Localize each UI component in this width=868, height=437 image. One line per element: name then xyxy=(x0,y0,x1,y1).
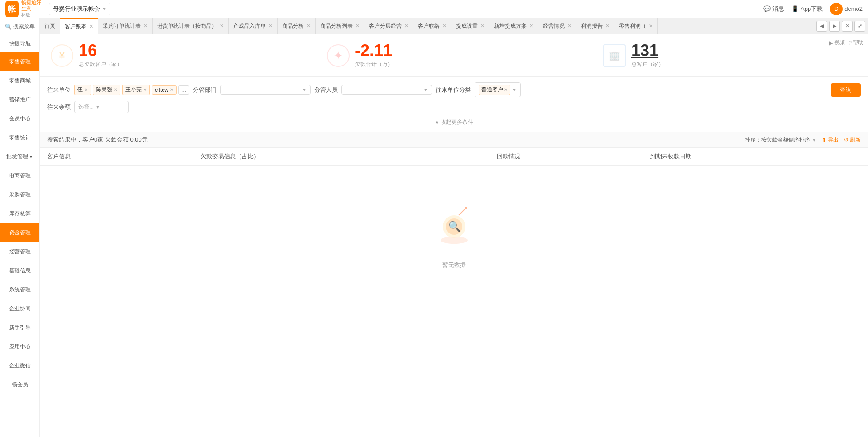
tab-profit-report[interactable]: 利润报告 ✕ xyxy=(576,18,614,34)
tab-home[interactable]: 首页 xyxy=(40,18,60,34)
tab-close-profit-report[interactable]: ✕ xyxy=(605,23,609,29)
search-menu-button[interactable]: 🔍 搜索菜单 xyxy=(0,23,39,30)
unit-tag-wang-close[interactable]: ✕ xyxy=(143,87,147,92)
tab-goods-analysis-list[interactable]: 商品分析列表 ✕ xyxy=(316,18,364,34)
chevron-down-icon: ▼ xyxy=(96,104,100,109)
unit-type-select[interactable]: 普通客户 ✕ ▼ xyxy=(475,82,521,97)
result-bar: 搜索结果中，客户0家 欠款金额 0.00元 排序：按欠款金额倒序排序 ▼ ⬆ 导… xyxy=(40,132,868,148)
tab-new-promotion[interactable]: 新增提成方案 ✕ xyxy=(489,18,538,34)
sidebar-item-purchase[interactable]: 采购管理 xyxy=(0,185,39,204)
tab-close-incoming-stats[interactable]: ✕ xyxy=(220,23,224,29)
sidebar-item-ecommerce[interactable]: 电商管理 xyxy=(0,166,39,185)
tab-close-goods-analysis-list[interactable]: ✕ xyxy=(355,23,360,29)
tab-customer-contact[interactable]: 客户联络 ✕ xyxy=(413,18,451,34)
unit-tag-chen[interactable]: 陈民强 ✕ xyxy=(93,85,120,95)
tab-prev-button[interactable]: ◀ xyxy=(816,21,827,32)
quick-nav-button[interactable]: 快捷导航 xyxy=(0,35,39,52)
unit-tag-cjttcw[interactable]: cjttcw ✕ xyxy=(152,86,177,95)
sidebar-item-system[interactable]: 系统管理 xyxy=(0,280,39,299)
download-icon: 📱 xyxy=(791,5,799,12)
tab-bar: 首页 客户账本 ✕ 采购订单统计表 ✕ 进货单统计表（按商品） ✕ 产成品入库单… xyxy=(40,18,868,34)
stat-total-customers2: 🏢 131 总客户（家） ▶ 视频 ? 帮助 xyxy=(592,34,868,76)
top-bar: 帐 畅捷通好生意 标版 母婴行业演示帐套 ▼ 💬 消息 📱 App下载 D de… xyxy=(0,0,868,18)
result-info: 搜索结果中，客户0家 欠款金额 0.00元 xyxy=(47,136,148,144)
help-button[interactable]: ? 帮助 xyxy=(849,39,863,47)
sidebar-item-retail-stats[interactable]: 零售统计 xyxy=(0,128,39,147)
unit-tag-wang[interactable]: 王小亮 ✕ xyxy=(122,85,150,95)
tab-promotion-settings[interactable]: 提成设置 ✕ xyxy=(451,18,489,34)
export-button[interactable]: ⬆ 导出 xyxy=(822,136,839,144)
tab-close-production-entry[interactable]: ✕ xyxy=(269,23,273,29)
sidebar-item-retail-mgmt[interactable]: 零售管理 xyxy=(0,52,39,71)
tab-operations-status[interactable]: 经营情况 ✕ xyxy=(538,18,576,34)
sidebar-item-vip[interactable]: 畅会员 xyxy=(0,375,39,394)
chevron-down-icon: ▼ xyxy=(812,138,816,142)
user-avatar[interactable]: D demo2 xyxy=(830,3,863,15)
tab-incoming-stats[interactable]: 进货单统计表（按商品） ✕ xyxy=(153,18,229,34)
unit-tag-wu-close[interactable]: ✕ xyxy=(84,87,88,92)
filter-row-1: 往来单位 伍 ✕ 陈民强 ✕ 王小亮 ✕ xyxy=(47,82,861,97)
tab-customer-segment[interactable]: 客户分层经营 ✕ xyxy=(364,18,413,34)
tab-accounts[interactable]: 客户账本 ✕ xyxy=(60,18,98,34)
unit-type-label: 往来单位分类 xyxy=(436,86,471,94)
tab-close-promotion-settings[interactable]: ✕ xyxy=(480,23,484,29)
tab-close-all-button[interactable]: ✕ xyxy=(842,21,853,32)
sidebar-item-enterprise[interactable]: 企业协同 xyxy=(0,299,39,318)
tab-production-entry[interactable]: 产成品入库单 ✕ xyxy=(229,18,278,34)
tab-close-accounts[interactable]: ✕ xyxy=(89,24,93,29)
sort-select[interactable]: 排序：按欠款金额倒序排序 ▼ xyxy=(745,136,816,144)
app-download-button[interactable]: 📱 App下载 xyxy=(791,5,823,13)
avatar: D xyxy=(830,3,843,15)
query-button[interactable]: 查询 xyxy=(831,83,861,97)
tab-purchase-order[interactable]: 采购订单统计表 ✕ xyxy=(98,18,153,34)
sidebar-item-retail-mall[interactable]: 零售商城 xyxy=(0,71,39,90)
tab-close-goods-analysis[interactable]: ✕ xyxy=(307,23,311,29)
tab-close-retail-profit[interactable]: ✕ xyxy=(649,23,653,29)
collapse-button[interactable]: ∧ 收起更多条件 xyxy=(435,119,473,126)
top-bar-left: 帐 畅捷通好生意 标版 母婴行业演示帐套 ▼ xyxy=(5,0,110,18)
table-head: 客户信息 欠款交易信息（占比） 回款情况 到期未收款日期 xyxy=(40,148,868,166)
tab-close-operations-status[interactable]: ✕ xyxy=(567,23,571,29)
tab-controls: ◀ ▶ ✕ ⤢ xyxy=(814,21,868,32)
tab-goods-analysis[interactable]: 商品分析 ✕ xyxy=(278,18,316,34)
video-button[interactable]: ▶ 视频 xyxy=(829,39,845,47)
balance-select[interactable]: 选择... ▼ xyxy=(74,101,129,113)
sidebar-item-new-guide[interactable]: 新手引导 xyxy=(0,318,39,337)
sidebar-item-inventory[interactable]: 库存核算 xyxy=(0,204,39,223)
unit-tag-cjttcw-close[interactable]: ✕ xyxy=(170,87,173,92)
industry-selector[interactable]: 母婴行业演示帐套 ▼ xyxy=(49,3,110,15)
sidebar-item-operations[interactable]: 经营管理 xyxy=(0,242,39,261)
messages-button[interactable]: 💬 消息 xyxy=(763,5,784,13)
dept-dropdown[interactable]: ··· ▼ xyxy=(220,85,311,95)
tab-close-purchase-order[interactable]: ✕ xyxy=(144,23,148,29)
svg-point-4 xyxy=(465,207,467,209)
sidebar: 🔍 搜索菜单 快捷导航 零售管理 零售商城 营销推广 会员中心 零售统计 批发管… xyxy=(0,18,40,437)
person-dropdown[interactable]: ··· ▼ xyxy=(341,85,432,95)
sidebar-item-member-center[interactable]: 会员中心 xyxy=(0,109,39,128)
sidebar-item-marketing[interactable]: 营销推广 xyxy=(0,90,39,109)
tab-close-customer-segment[interactable]: ✕ xyxy=(404,23,408,29)
unit-type-tag-close[interactable]: ✕ xyxy=(504,87,508,92)
main-layout: 🔍 搜索菜单 快捷导航 零售管理 零售商城 营销推广 会员中心 零售统计 批发管… xyxy=(0,18,868,437)
tab-close-customer-contact[interactable]: ✕ xyxy=(442,23,446,29)
sidebar-item-wechat[interactable]: 企业微信 xyxy=(0,356,39,375)
sidebar-item-basic-info[interactable]: 基础信息 xyxy=(0,261,39,280)
empty-state: 🔍 暂无数据 xyxy=(40,166,868,305)
sidebar-item-finance[interactable]: 资金管理 xyxy=(0,223,39,242)
sidebar-search[interactable]: 🔍 搜索菜单 xyxy=(0,18,39,35)
total-customers-value: 16 xyxy=(79,43,122,59)
sidebar-item-app-center[interactable]: 应用中心 xyxy=(0,337,39,356)
tab-expand-button[interactable]: ⤢ xyxy=(854,21,865,32)
unit-tag-chen-close[interactable]: ✕ xyxy=(114,87,117,92)
tab-retail-profit[interactable]: 零售利润（ ✕ xyxy=(614,18,658,34)
unit-tag-more[interactable]: ... xyxy=(178,86,189,95)
refresh-button[interactable]: ↺ 刷新 xyxy=(844,136,861,144)
tab-next-button[interactable]: ▶ xyxy=(829,21,840,32)
col-due-date: 到期未收款日期 xyxy=(643,148,868,166)
unit-label: 往来单位 xyxy=(47,86,71,94)
sidebar-item-wholesale-mgmt[interactable]: 批发管理 ▼ xyxy=(0,147,39,166)
unit-tag-wu[interactable]: 伍 ✕ xyxy=(74,85,91,95)
tab-close-new-promotion[interactable]: ✕ xyxy=(529,23,533,29)
result-actions: 排序：按欠款金额倒序排序 ▼ ⬆ 导出 ↺ 刷新 xyxy=(745,136,861,144)
unit-type-tag[interactable]: 普通客户 ✕ xyxy=(479,85,510,95)
